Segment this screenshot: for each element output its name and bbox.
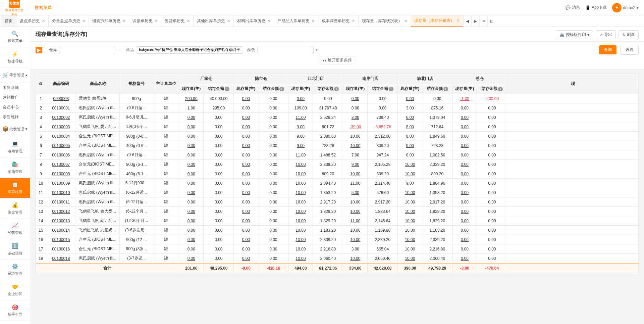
print-btn[interactable]: 🖨️ 按模版打印 ▾ xyxy=(556,30,593,39)
expand-conditions-btn[interactable]: ▾▾ 展开更多条件 xyxy=(318,56,356,64)
row-jiangbei-qty[interactable]: 10.00 xyxy=(288,160,313,169)
row-code[interactable]: 00100001 xyxy=(46,103,76,113)
row-total-qty[interactable]: 0.00 xyxy=(452,197,477,207)
row-jiangbei-qty[interactable]: 9.00 xyxy=(288,122,313,132)
row-total-qty[interactable]: 0.00 xyxy=(452,169,477,179)
close-icon[interactable]: ✕ xyxy=(187,19,190,23)
row-code[interactable]: 00100003 xyxy=(46,122,76,132)
tab-transfer[interactable]: 调拨单历史 ✕ xyxy=(129,15,161,27)
row-total-qty[interactable]: 0.00 xyxy=(452,141,477,150)
sidebar-item-app-center[interactable]: 📱 应用中心 xyxy=(0,321,30,324)
close-icon[interactable]: ✕ xyxy=(457,18,460,23)
collapse-btn[interactable]: ▶ xyxy=(36,47,42,53)
sidebar-item-system[interactable]: ⚙️ 系统管理 xyxy=(0,260,30,280)
tab-split-inventory[interactable]: 分量盘点单历史 ✕ xyxy=(49,15,89,27)
row-yuibei-qty[interactable]: 10.00 xyxy=(398,254,422,264)
row-code[interactable]: 00100012 xyxy=(46,207,76,216)
tab-inventory-history[interactable]: 盘点单历史 ✕ xyxy=(16,15,49,27)
row-yuibei-qty[interactable]: 8.00 xyxy=(398,150,422,160)
sidebar-item-inventory[interactable]: 📋 库存核算 xyxy=(0,178,30,198)
row-chenshi-qty[interactable]: 0.00 xyxy=(234,207,258,216)
row-code[interactable]: 00100002 xyxy=(46,113,76,122)
row-chenshi-qty[interactable]: 0.00 xyxy=(234,113,258,122)
sidebar-item-finance[interactable]: 💰 资金管理 xyxy=(0,198,30,219)
row-code[interactable]: 00100004 xyxy=(46,132,76,141)
row-nanan-qty[interactable]: 10.00 xyxy=(343,207,368,216)
row-yuibei-qty[interactable]: 6.00 xyxy=(398,113,422,122)
row-yuibei-qty[interactable]: 9.00 xyxy=(398,179,422,188)
row-nanan-qty[interactable]: 10.00 xyxy=(343,235,368,244)
row-jiangbei-qty[interactable]: 10.00 xyxy=(288,244,313,254)
close-icon[interactable]: ✕ xyxy=(122,19,125,23)
tab-requisition[interactable]: 要货单历史 ✕ xyxy=(161,15,194,27)
row-yuibei-qty[interactable]: 10.00 xyxy=(398,188,422,197)
row-yuibei-qty[interactable]: 10.00 xyxy=(398,235,422,244)
row-total-qty[interactable]: 0.00 xyxy=(452,132,477,141)
warehouse-ellipsis[interactable]: ··· xyxy=(117,47,122,53)
user-area[interactable]: E demo2 ▾ xyxy=(612,3,639,12)
sidebar-item-ecom[interactable]: 💻 电商管理 xyxy=(0,137,30,157)
row-total-qty[interactable]: 0.00 xyxy=(452,216,477,226)
row-yuibei-qty[interactable]: 8.00 xyxy=(398,122,422,132)
tab-other-outbound[interactable]: 其他出库单历史 ✕ xyxy=(194,15,234,27)
row-chenshi-qty[interactable]: 0.00 xyxy=(234,188,258,197)
row-yuibei-qty[interactable]: 10.00 xyxy=(398,169,422,179)
row-jiangbei-qty[interactable]: 10.00 xyxy=(288,216,313,226)
row-code[interactable]: 00100009 xyxy=(46,179,76,188)
row-total-qty[interactable]: 0.00 xyxy=(452,207,477,216)
row-factory-qty[interactable]: 0.00 xyxy=(179,122,204,132)
row-factory-qty[interactable]: 0.00 xyxy=(179,169,204,179)
sidebar-item-search[interactable]: 🔍 搜索英单 xyxy=(0,27,30,47)
row-jiangbei-qty[interactable]: 11.00 xyxy=(288,113,313,122)
tab-material-outbound[interactable]: 材料出库单历史 ✕ xyxy=(234,15,274,27)
color-input[interactable] xyxy=(257,46,314,54)
row-factory-qty[interactable]: 0.00 xyxy=(179,244,204,254)
row-factory-qty[interactable]: 0.00 xyxy=(179,254,204,264)
row-chenshi-qty[interactable]: 0.00 xyxy=(234,141,258,150)
warehouse-input[interactable] xyxy=(59,46,115,54)
tab-nav-prev[interactable]: ◀ xyxy=(463,15,471,27)
row-jiangbei-qty[interactable]: 10.00 xyxy=(288,254,313,264)
row-nanan-qty[interactable]: 5.00 xyxy=(343,188,368,197)
sidebar-item-enterprise[interactable]: 🤝 企业协同 xyxy=(0,280,30,300)
row-total-qty[interactable]: 0.00 xyxy=(452,226,477,235)
row-total-qty[interactable]: 0.00 xyxy=(452,150,477,160)
app-download-btn[interactable]: 📱 App下载 xyxy=(585,5,607,10)
row-code[interactable]: 00100011 xyxy=(46,197,76,207)
close-icon[interactable]: ✕ xyxy=(155,19,158,23)
row-total-qty[interactable]: 0.00 xyxy=(452,160,477,169)
row-nanan-qty[interactable]: 10.00 xyxy=(343,132,368,141)
row-jiangbei-qty[interactable]: 9.00 xyxy=(288,132,313,141)
row-yuibei-qty[interactable]: 8.00 xyxy=(398,132,422,141)
row-code[interactable]: 00100005 xyxy=(46,141,76,150)
row-chenshi-qty[interactable]: 0.00 xyxy=(234,235,258,244)
row-jiangbei-qty[interactable]: 10.00 xyxy=(288,188,313,197)
tab-assembly[interactable]: 组装拆卸单历史 ✕ xyxy=(89,15,129,27)
sidebar-item-marketing[interactable]: 营销推广 xyxy=(0,93,30,102)
color-chevron-down[interactable]: ▾ xyxy=(316,48,318,52)
row-jiangbei-qty[interactable]: 10.00 xyxy=(288,207,313,216)
row-jiangbei-qty[interactable]: 11.00 xyxy=(288,150,313,160)
row-chenshi-qty[interactable]: 0.00 xyxy=(234,150,258,160)
row-factory-qty[interactable]: 0.00 xyxy=(179,235,204,244)
tab-cost-adjust[interactable]: 成本调整单历史 ✕ xyxy=(318,15,359,27)
sidebar-item-operations[interactable]: 📈 经营管理 xyxy=(0,219,30,239)
sidebar-item-quicknav[interactable]: ⚡ 快捷导航 xyxy=(0,47,30,68)
horizontal-scrollbar[interactable] xyxy=(41,273,633,276)
row-jiangbei-qty[interactable]: 9.00 xyxy=(288,141,313,150)
row-code[interactable]: 00100015 xyxy=(46,235,76,244)
tab-nav-expand[interactable]: ⊡ xyxy=(487,15,495,27)
sidebar-item-retail-store[interactable]: 零售商城 xyxy=(0,83,30,93)
row-chenshi-qty[interactable]: 0.00 xyxy=(234,254,258,264)
row-yuibei-qty[interactable]: 10.00 xyxy=(398,160,422,169)
row-factory-qty[interactable]: 0.00 xyxy=(179,113,204,122)
row-jiangbei-qty[interactable]: 10.00 xyxy=(288,226,313,235)
row-code[interactable]: 00100008 xyxy=(46,169,76,179)
row-yuibei-qty[interactable]: 3.00 xyxy=(398,103,422,113)
row-jiangbei-qty[interactable]: 10.00 xyxy=(288,169,313,179)
row-nanan-qty[interactable]: -39.00 xyxy=(343,122,368,132)
row-code[interactable]: 00100006 xyxy=(46,150,76,160)
row-nanan-qty[interactable]: 7.00 xyxy=(343,150,368,160)
close-icon[interactable]: ✕ xyxy=(82,19,85,23)
row-chenshi-qty[interactable]: 0.00 xyxy=(234,169,258,179)
